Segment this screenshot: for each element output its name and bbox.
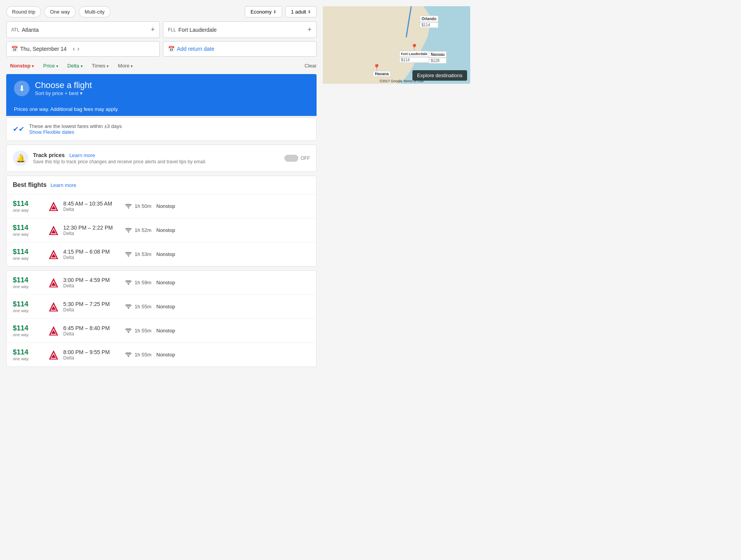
svg-point-29 [128, 356, 129, 357]
airline-logo [44, 325, 63, 337]
clear-filters-button[interactable]: Clear [305, 63, 317, 69]
flight-stops: Nonstop [156, 280, 187, 285]
calendar-icon: 📅 [11, 46, 18, 52]
flight-row[interactable]: $114 one way 12:30 PM – 2:22 PM Delta 1h… [7, 218, 316, 242]
fort-lauderdale-pin: 📍 Fort Lauderdale $114 [399, 43, 429, 63]
multi-city-button[interactable]: Multi-city [79, 6, 110, 17]
svg-text:🔔: 🔔 [16, 154, 26, 163]
flight-row[interactable]: $114 one way 5:30 PM – 7:25 PM Delta 1h … [7, 295, 316, 319]
download-icon: ⬇ [14, 81, 29, 96]
bag-fees-link[interactable]: Additional bag fees [50, 106, 93, 112]
svg-point-17 [128, 284, 129, 285]
origin-add-button[interactable]: + [151, 26, 155, 34]
depart-date-value: Thu, September 14 [20, 46, 67, 52]
flight-price: $114 one way [13, 300, 44, 313]
flight-stops: Nonstop [156, 203, 187, 209]
flight-duration: 1h 55m [125, 328, 156, 334]
map-container: Orlando $114 📍 Fort Lauderdale $114 Nass… [323, 6, 470, 84]
destination-field[interactable]: FLL Fort Lauderdale + [163, 21, 317, 38]
best-flights-learn-more-link[interactable]: Learn more [50, 182, 76, 188]
origin-name: Atlanta [22, 27, 39, 33]
svg-point-5 [128, 207, 129, 208]
round-trip-button[interactable]: Round trip [6, 6, 41, 17]
flight-row[interactable]: $114 one way 4:15 PM – 6:08 PM Delta 1h … [7, 242, 316, 266]
flight-duration: 1h 59m [125, 280, 156, 285]
flight-times: 12:30 PM – 2:22 PM Delta [63, 225, 125, 236]
flight-duration: 1h 55m [125, 304, 156, 309]
flight-times: 8:45 AM – 10:35 AM Delta [63, 200, 125, 212]
flight-duration: 1h 52m [125, 227, 156, 233]
flight-row[interactable]: $114 one way 8:45 AM – 10:35 AM Delta 1h… [7, 194, 316, 218]
airline-logo [44, 301, 63, 313]
flight-duration: 1h 55m [125, 352, 156, 358]
flight-stops: Nonstop [156, 227, 187, 233]
svg-point-25 [128, 332, 129, 333]
filter-times[interactable]: Times ▾ [88, 61, 113, 70]
toggle-state-label: OFF [301, 156, 310, 161]
best-flights-list: $114 one way 8:45 AM – 10:35 AM Delta 1h… [7, 194, 316, 266]
filter-delta[interactable]: Delta ▾ [64, 61, 87, 70]
airline-logo [44, 248, 63, 261]
date-prev-button[interactable]: ‹ [72, 45, 76, 52]
svg-point-21 [128, 308, 129, 309]
sort-label[interactable]: Sort by price + best ▾ [35, 90, 92, 96]
track-prices-toggle[interactable] [284, 155, 298, 162]
flight-price: $114 one way [13, 224, 44, 237]
track-learn-more-link[interactable]: Learn more [69, 152, 95, 158]
flight-duration: 1h 50m [125, 203, 156, 209]
destination-code: FLL [168, 27, 176, 33]
best-flights-section: Best flights Learn more $114 one way 8:4… [6, 176, 317, 266]
flight-stops: Nonstop [156, 304, 187, 309]
flight-row[interactable]: $114 one way 3:00 PM – 4:59 PM Delta 1h … [7, 271, 316, 295]
date-next-button[interactable]: › [76, 45, 80, 52]
flight-price: $114 one way [13, 200, 44, 213]
flight-price: $114 one way [13, 248, 44, 261]
cabin-class-dropdown[interactable]: Economy [245, 6, 282, 17]
lowest-fares-text: These are the lowest fares within ±3 day… [29, 123, 122, 129]
best-flights-title: Best flights [13, 181, 47, 188]
flight-times: 8:00 PM – 9:55 PM Delta [63, 349, 125, 361]
flight-row[interactable]: $114 one way 6:45 PM – 8:40 PM Delta 1h … [7, 319, 316, 343]
sort-arrow-icon: ▾ [80, 90, 83, 96]
other-flights-list: $114 one way 3:00 PM – 4:59 PM Delta 1h … [7, 271, 316, 366]
flight-times: 3:00 PM – 4:59 PM Delta [63, 277, 125, 289]
flight-stops: Nonstop [156, 328, 187, 334]
track-prices-title: Track prices [33, 152, 65, 158]
flight-row[interactable]: $114 one way 8:00 PM – 9:55 PM Delta 1h … [7, 343, 316, 366]
show-flexible-link[interactable]: Show Flexible dates [29, 129, 74, 135]
orlando-pin: Orlando $114 [419, 16, 438, 28]
flight-times: 4:15 PM – 6:08 PM Delta [63, 249, 125, 260]
filter-row: Nonstop ▾ Price ▾ Delta ▾ Times ▾ More ▾… [6, 61, 317, 70]
best-flights-header: Best flights Learn more [7, 176, 316, 194]
check-icon: ✔✔ [13, 125, 24, 133]
return-calendar-icon: 📅 [168, 46, 175, 52]
one-way-button[interactable]: One way [44, 6, 76, 17]
filter-more[interactable]: More ▾ [114, 61, 137, 70]
flight-price: $114 one way [13, 276, 44, 289]
flight-price: $114 one way [13, 324, 44, 337]
filter-nonstop[interactable]: Nonstop ▾ [6, 61, 38, 70]
choose-flight-header: ⬇ Choose a flight Sort by price + best ▾ [6, 74, 317, 102]
filter-price[interactable]: Price ▾ [39, 61, 62, 70]
track-prices-desc: Save this trip to track price changes an… [33, 159, 280, 164]
airline-logo [44, 277, 63, 289]
passengers-dropdown[interactable]: 1 adult [285, 6, 317, 17]
flight-stops: Nonstop [156, 251, 187, 257]
origin-code: ATL [11, 27, 19, 33]
track-prices-box: 🔔 Track prices Learn more Save this trip… [6, 145, 317, 172]
flight-price: $114 one way [13, 348, 44, 361]
track-prices-icon: 🔔 [13, 150, 28, 166]
return-date-value: Add return date [177, 46, 215, 52]
havana-pin: 📍 Havana [373, 64, 391, 77]
origin-field[interactable]: ATL Atlanta + [6, 21, 160, 38]
flight-duration: 1h 53m [125, 251, 156, 257]
airline-logo [44, 224, 63, 237]
flexible-dates-info: ✔✔ These are the lowest fares within ±3 … [6, 118, 317, 141]
return-date-field[interactable]: 📅 Add return date [163, 41, 317, 57]
flight-times: 6:45 PM – 8:40 PM Delta [63, 325, 125, 337]
flight-times: 5:30 PM – 7:25 PM Delta [63, 301, 125, 313]
depart-date-field[interactable]: 📅 Thu, September 14 ‹ › [6, 41, 160, 57]
airline-logo [44, 200, 63, 213]
flight-stops: Nonstop [156, 352, 187, 358]
destination-add-button[interactable]: + [307, 26, 312, 34]
